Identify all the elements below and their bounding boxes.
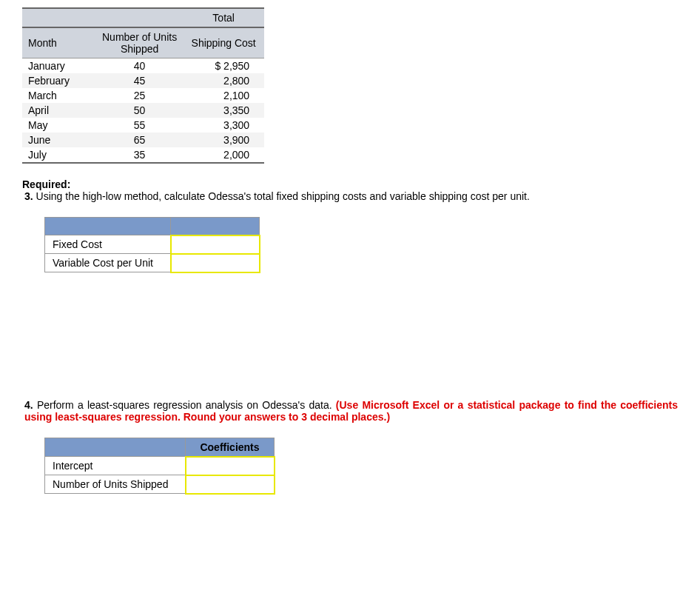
units-cell: 65 xyxy=(96,133,183,147)
question-4-num: 4. xyxy=(24,399,33,411)
month-cell: June xyxy=(22,133,96,147)
table-row: June 65 3,900 xyxy=(22,133,264,147)
empty-header xyxy=(96,8,183,27)
intercept-input[interactable] xyxy=(186,457,275,475)
cost-cell: 2,000 xyxy=(183,147,264,163)
blue-header-cell xyxy=(171,218,260,235)
question-3-body: Using the high-low method, calculate Ode… xyxy=(36,190,530,202)
cost-cell: $ 2,950 xyxy=(183,58,264,74)
cost-cell: 3,350 xyxy=(183,103,264,118)
units-shipped-label: Number of Units Shipped xyxy=(45,475,186,494)
month-cell: April xyxy=(22,103,96,118)
table-row: May 55 3,300 xyxy=(22,118,264,133)
units-header: Number of UnitsShipped xyxy=(96,27,183,58)
units-cell: 35 xyxy=(96,147,183,163)
question-4-text: 4. Perform a least-squares regression an… xyxy=(22,399,678,423)
table-body: January 40 $ 2,950 February 45 2,800 Mar… xyxy=(22,58,264,164)
units-shipped-input[interactable] xyxy=(186,475,275,494)
units-cell: 55 xyxy=(96,118,183,133)
intercept-label: Intercept xyxy=(45,457,186,475)
shipping-data-table: Total Month Number of UnitsShipped Shipp… xyxy=(22,7,264,164)
table-row: January 40 $ 2,950 xyxy=(22,58,264,74)
cost-top-header: Total xyxy=(183,8,264,27)
month-cell: July xyxy=(22,147,96,163)
question-3-num: 3. xyxy=(24,190,33,202)
blue-header-cell xyxy=(45,438,186,457)
answer-row: Fixed Cost xyxy=(45,235,260,254)
required-heading: Required: xyxy=(22,178,678,190)
table-row: February 45 2,800 xyxy=(22,73,264,88)
empty-header xyxy=(22,8,96,27)
cost-cell: 2,100 xyxy=(183,88,264,103)
fixed-cost-input[interactable] xyxy=(171,235,260,254)
month-cell: March xyxy=(22,88,96,103)
table-row: July 35 2,000 xyxy=(22,147,264,163)
units-cell: 25 xyxy=(96,88,183,103)
variable-cost-input[interactable] xyxy=(171,254,260,272)
answer-table-q4: Coefficients Intercept Number of Units S… xyxy=(44,438,275,495)
answer-row: Number of Units Shipped xyxy=(45,475,275,494)
table-row: March 25 2,100 xyxy=(22,88,264,103)
month-cell: January xyxy=(22,58,96,74)
units-cell: 45 xyxy=(96,73,183,88)
coefficients-header: Coefficients xyxy=(186,438,275,457)
answer-table-q3: Fixed Cost Variable Cost per Unit xyxy=(44,217,260,273)
question-4-body-plain: Perform a least-squares regression analy… xyxy=(37,399,336,411)
units-cell: 40 xyxy=(96,58,183,74)
answer-row: Intercept xyxy=(45,457,275,475)
month-header: Month xyxy=(22,27,96,58)
month-cell: May xyxy=(22,118,96,133)
fixed-cost-label: Fixed Cost xyxy=(45,235,171,254)
variable-cost-label: Variable Cost per Unit xyxy=(45,254,171,272)
month-cell: February xyxy=(22,73,96,88)
cost-cell: 2,800 xyxy=(183,73,264,88)
cost-header: Shipping Cost xyxy=(183,27,264,58)
blue-header-cell xyxy=(45,218,171,235)
question-3-text: 3. Using the high-low method, calculate … xyxy=(22,190,678,202)
answer-row: Variable Cost per Unit xyxy=(45,254,260,272)
table-row: April 50 3,350 xyxy=(22,103,264,118)
units-cell: 50 xyxy=(96,103,183,118)
cost-cell: 3,900 xyxy=(183,133,264,147)
cost-cell: 3,300 xyxy=(183,118,264,133)
